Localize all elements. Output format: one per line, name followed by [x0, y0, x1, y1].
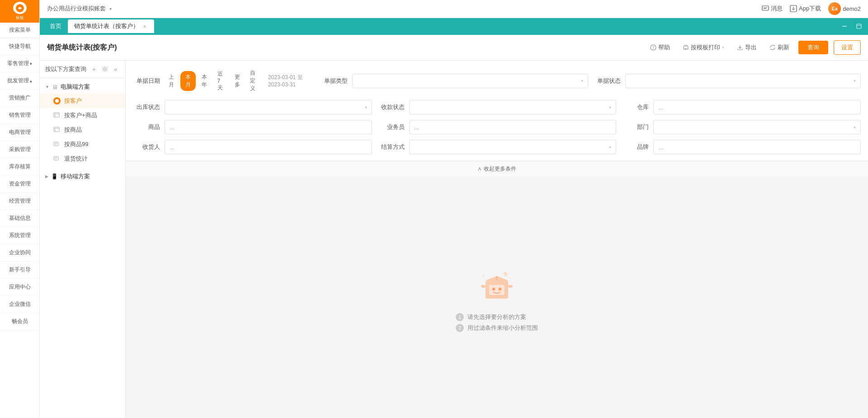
- date-btn-this-month[interactable]: 本月: [180, 71, 196, 91]
- order-type-arrow: ▾: [581, 78, 583, 83]
- collapse-more-btn[interactable]: ∧ 收起更多条件: [126, 161, 868, 176]
- date-btn-custom[interactable]: 自定义: [246, 67, 263, 95]
- scheme-item-by-customer-goods[interactable]: 按客户+商品: [40, 108, 125, 123]
- scheme-header: 按以下方案查询 + «: [40, 61, 125, 78]
- right-panel: 单据日期 上月 本月 本年 近7天 更多 自定义 2023-03-01 至 20…: [126, 61, 868, 418]
- payment-select[interactable]: ▾: [409, 140, 617, 154]
- sidebar-item-app-center[interactable]: 应用中心: [0, 279, 39, 296]
- sidebar-item-finance[interactable]: 资金管理: [0, 176, 39, 193]
- scheme-item-returns[interactable]: 退货统计: [40, 152, 125, 166]
- tab-sales-stats-label: 销货单统计表（按客户）: [74, 22, 139, 30]
- help-btn[interactable]: 帮助: [646, 42, 674, 53]
- sidebar-item-retail[interactable]: 零售管理 ▾: [0, 55, 39, 72]
- date-label: 单据日期: [133, 77, 165, 85]
- collection-select[interactable]: ▾: [409, 100, 617, 114]
- order-status-select[interactable]: ▾: [625, 74, 861, 88]
- scheme-settings-btn[interactable]: [101, 65, 109, 73]
- print-btn[interactable]: 按模板打印 ▾: [679, 42, 728, 53]
- scheme-settings-icon: [102, 66, 108, 72]
- shipment-select[interactable]: ▾: [165, 100, 372, 114]
- sidebar-item-ecommerce[interactable]: 电商管理: [0, 124, 39, 141]
- scheme-item-by-customer[interactable]: 按客户: [40, 94, 125, 108]
- goods-value: ...: [170, 124, 175, 131]
- svg-point-18: [493, 288, 495, 290]
- settings-btn[interactable]: 设置: [834, 40, 861, 55]
- date-btn-more[interactable]: 更多: [231, 71, 245, 91]
- brand-select[interactable]: ...: [653, 140, 861, 154]
- goods-select[interactable]: ...: [165, 120, 372, 134]
- date-btn-last7days[interactable]: 近7天: [213, 68, 229, 94]
- sidebar-search[interactable]: 搜索菜单: [0, 23, 39, 38]
- scheme-collapse-btn[interactable]: «: [112, 65, 120, 73]
- sidebar-item-newbie[interactable]: 新手引导: [0, 261, 39, 279]
- salesman-select[interactable]: ...: [409, 120, 617, 134]
- query-btn[interactable]: 查询: [798, 41, 828, 54]
- tab-sales-stats[interactable]: 销货单统计表（按客户） ×: [68, 19, 154, 33]
- expand-icon: [856, 23, 862, 29]
- download-icon: [790, 5, 797, 12]
- date-btn-this-year[interactable]: 本年: [198, 71, 212, 91]
- wholesale-arrow: ▴: [30, 79, 32, 83]
- page-header-actions: 帮助 按模板打印 ▾ 导出 刷新: [646, 40, 861, 60]
- sidebar-item-sales[interactable]: 销售管理: [0, 107, 39, 124]
- sidebar-item-basic-info[interactable]: 基础信息: [0, 210, 39, 227]
- date-quick-btns: 上月 本月 本年 近7天 更多 自定义: [165, 67, 263, 95]
- user-area[interactable]: Ea demo2: [828, 2, 861, 15]
- refresh-btn[interactable]: 刷新: [766, 42, 793, 53]
- receiver-select[interactable]: ...: [165, 140, 372, 154]
- product-dropdown-arrow[interactable]: ▾: [109, 6, 112, 11]
- scheme-add-btn[interactable]: +: [90, 65, 98, 73]
- scheme-pc-group-header[interactable]: ▼ 🖥 电脑端方案: [40, 80, 125, 94]
- scheme-item-label-0: 按客户: [64, 97, 82, 105]
- tab-bar: 首页 销货单统计表（按客户） ×: [40, 18, 868, 35]
- sidebar-item-marketing[interactable]: 营销推广: [0, 90, 39, 107]
- warehouse-value: ...: [658, 104, 663, 111]
- order-type-select[interactable]: ▾: [352, 74, 588, 88]
- tab-home[interactable]: 首页: [43, 19, 68, 33]
- svg-rect-1: [762, 6, 769, 10]
- date-btn-last-month[interactable]: 上月: [165, 71, 179, 91]
- item-icon-2: [53, 126, 61, 134]
- sidebar-item-enterprise[interactable]: 企业协同: [0, 244, 39, 261]
- message-icon: [762, 5, 769, 12]
- pc-group-label: 电脑端方案: [61, 83, 90, 91]
- svg-point-22: [482, 275, 484, 277]
- print-arrow: ▾: [722, 45, 724, 50]
- warehouse-label: 仓库: [622, 103, 653, 111]
- brand-value: ...: [658, 144, 663, 151]
- app-download-btn[interactable]: App下载: [790, 5, 821, 13]
- scheme-item-by-goods99[interactable]: 按商品99: [40, 137, 125, 152]
- tab-home-label: 首页: [50, 22, 61, 30]
- retail-label: 零售管理: [7, 60, 29, 67]
- dept-select[interactable]: ▾: [653, 120, 861, 134]
- warehouse-select[interactable]: ...: [653, 100, 861, 114]
- tab-close-btn[interactable]: ×: [142, 23, 148, 29]
- svg-rect-11: [54, 142, 58, 146]
- tab-minimize-btn[interactable]: [839, 21, 850, 32]
- sidebar-item-quick-nav[interactable]: 快捷导航: [0, 38, 39, 55]
- scheme-mobile-group-header[interactable]: ▶ 📱 移动端方案: [40, 170, 125, 183]
- content-body: 按以下方案查询 + « ▼ 🖥 电脑端方案: [40, 61, 868, 418]
- sidebar-item-system[interactable]: 系统管理: [0, 227, 39, 244]
- sidebar-item-member[interactable]: 畅会员: [0, 313, 39, 330]
- scheme-item-by-goods[interactable]: 按商品: [40, 123, 125, 137]
- salesman-label: 业务员: [377, 123, 409, 131]
- sidebar-item-purchase[interactable]: 采购管理: [0, 141, 39, 158]
- item-icon-1: [53, 112, 61, 119]
- pc-group-arrow: ▼: [45, 85, 49, 89]
- date-range-display: 2023-03-01 至 2023-03-31: [268, 74, 315, 88]
- filter-row-2: 出库状态 ▾ 收款状态 ▾ 仓库 ...: [133, 100, 861, 114]
- collection-label: 收款状态: [377, 103, 409, 111]
- mobile-group-label: 移动端方案: [61, 172, 90, 180]
- sidebar-item-operations[interactable]: 经营管理: [0, 193, 39, 210]
- sidebar-item-enterprise-wechat[interactable]: 企业微信: [0, 296, 39, 313]
- sidebar-item-inventory[interactable]: 库存核算: [0, 158, 39, 176]
- sidebar-item-wholesale[interactable]: 批发管理 ▴: [0, 72, 39, 90]
- goods-label: 商品: [133, 123, 165, 131]
- export-btn[interactable]: 导出: [733, 42, 760, 53]
- message-btn[interactable]: 消息: [762, 5, 783, 13]
- sidebar: 标版 搜索菜单 快捷导航 零售管理 ▾ 批发管理 ▴ 营销推广 销售管理 电商管…: [0, 0, 40, 418]
- tab-expand-btn[interactable]: [854, 21, 864, 32]
- empty-tip-2: 2 用过滤条件来缩小分析范围: [456, 324, 538, 332]
- tip-text-2: 用过滤条件来缩小分析范围: [467, 324, 538, 332]
